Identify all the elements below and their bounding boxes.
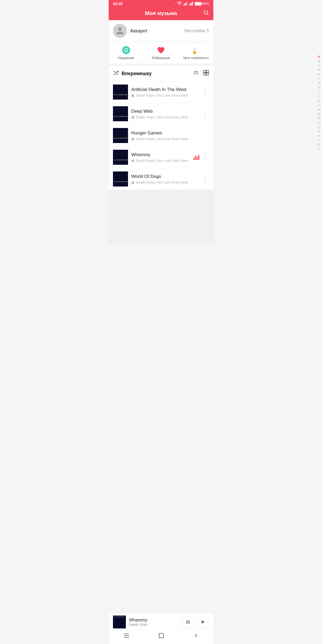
music-icon: ♩	[192, 46, 200, 54]
tab-playlists-label: Мои плейлисты	[183, 56, 209, 60]
play-bar-2	[195, 156, 196, 160]
page-title: Моя музыка	[145, 10, 177, 16]
wifi-icon	[177, 2, 182, 6]
song-item-3[interactable]: NO LOVE DEEP WEB Hunger Games ▣ Death Gr…	[109, 125, 213, 147]
sort-icon[interactable]	[193, 70, 199, 77]
song-item-1[interactable]: NO LOVE DEEP WEB Artificial Death In The…	[109, 81, 213, 103]
song-info-4: Whammy ▣ Death Grips | No Love Deep Web	[131, 152, 190, 163]
search-button[interactable]	[203, 10, 209, 17]
tab-recent-label: Недавние	[118, 56, 134, 60]
nav-tabs: Недавние Избранные ♩ Мои плейлисты	[109, 42, 213, 64]
svg-point-11	[204, 11, 208, 14]
song-title-4: Whammy	[131, 152, 190, 158]
song-meta-4: ▣ Death Grips | No Love Deep Web	[131, 159, 190, 163]
more-button-5[interactable]: ⋮	[202, 175, 209, 183]
song-info-1: Artificial Death In The West ▣ Death Gri…	[131, 87, 198, 97]
svg-rect-7	[192, 2, 193, 5]
song-actions-5: ⋮	[202, 175, 209, 183]
song-info-3: Hunger Games ▣ Death Grips | No Love Dee…	[131, 130, 198, 141]
svg-rect-1	[184, 3, 185, 5]
avatar	[113, 24, 127, 38]
status-time: 20:05	[113, 2, 123, 6]
song-list: NO LOVE DEEP WEB Artificial Death In The…	[109, 81, 213, 190]
view-controls	[193, 70, 209, 77]
svg-rect-22	[206, 70, 208, 72]
song-artist-album-4: Death Grips | No Love Deep Web	[136, 159, 188, 163]
status-icons: ···	[173, 2, 209, 6]
tab-playlists[interactable]: ♩ Мои плейлисты	[179, 42, 213, 64]
song-artist-album-5: Death Grips | No Love Deep Web	[136, 180, 188, 184]
play-bar-3	[197, 157, 198, 160]
play-bar-1	[193, 158, 195, 160]
settings-label: Настройки	[184, 28, 205, 33]
account-name: Аккаунт	[130, 28, 148, 34]
doc-icon-1: ▣	[131, 93, 134, 97]
song-info-5: World Of Dogs ▣ Death Grips | No Love De…	[131, 174, 198, 184]
list-toolbar: Вперемешку	[109, 66, 213, 81]
app-header: Моя музыка	[109, 8, 213, 20]
song-artist-album-1: Death Grips | No Love Deep Web	[136, 93, 188, 97]
more-button-2[interactable]: ⋮	[202, 109, 209, 118]
settings-button[interactable]: Настройки	[184, 28, 209, 33]
doc-icon-2: ▣	[131, 115, 134, 119]
heart-icon	[157, 46, 165, 54]
shuffle-icon[interactable]	[113, 71, 119, 77]
tab-favorites[interactable]: Избранные	[144, 42, 178, 64]
svg-rect-6	[191, 3, 192, 5]
song-item-4[interactable]: NO LOVE DEEP WEB Whammy ▣ Death Grips | …	[109, 147, 213, 168]
battery-percent: 96%	[203, 2, 209, 6]
signal2-icon	[189, 2, 193, 6]
tab-favorites-label: Избранные	[152, 56, 170, 60]
battery-icon: 96%	[195, 2, 209, 6]
svg-line-12	[207, 14, 208, 15]
doc-icon-5: ▣	[131, 180, 134, 184]
song-meta-1: ▣ Death Grips | No Love Deep Web	[131, 93, 198, 97]
empty-space	[109, 190, 213, 244]
play-bar-4	[198, 155, 199, 160]
song-title-1: Artificial Death In The West	[131, 87, 198, 92]
doc-icon-4: ▣	[131, 159, 134, 163]
song-thumb-4: NO LOVE DEEP WEB	[113, 150, 128, 165]
status-bar: 20:05 ···	[109, 0, 213, 8]
song-thumb-5: NO LOVE DEEP WEB	[113, 171, 128, 186]
song-artist-album-3: Death Grips | No Love Deep Web	[136, 137, 188, 141]
shuffle-label: Вперемешку	[122, 71, 152, 76]
signal-dots-icon: ···	[173, 2, 176, 6]
song-title-3: Hunger Games	[131, 130, 198, 136]
song-actions-1: ⋮	[202, 88, 209, 96]
song-meta-5: ▣ Death Grips | No Love Deep Web	[131, 180, 198, 184]
svg-rect-0	[183, 4, 184, 5]
svg-rect-9	[201, 3, 202, 5]
song-info-2: Deep Web ▣ Death Grips | No Love Deep We…	[131, 109, 198, 119]
clock-icon	[122, 46, 130, 54]
svg-rect-2	[185, 3, 186, 5]
svg-rect-21	[204, 70, 206, 72]
svg-rect-4	[189, 4, 190, 5]
svg-rect-5	[190, 3, 191, 5]
account-row: Аккаунт Настройки	[109, 20, 213, 42]
song-meta-3: ▣ Death Grips | No Love Deep Web	[131, 137, 198, 141]
svg-rect-24	[206, 73, 208, 75]
song-item-2[interactable]: NO LOVE DEEP WEB Deep Web ▣ Death Grips …	[109, 103, 213, 125]
shuffle-group: Вперемешку	[113, 71, 152, 77]
account-info: Аккаунт	[113, 24, 148, 38]
song-actions-3: ⋮	[202, 131, 209, 140]
song-meta-2: ▣ Death Grips | No Love Deep Web	[131, 115, 198, 119]
song-title-5: World Of Dogs	[131, 174, 198, 179]
svg-rect-23	[204, 73, 206, 75]
more-button-4[interactable]: ⋮	[202, 153, 209, 162]
svg-rect-3	[186, 2, 187, 5]
song-thumb-1: NO LOVE DEEP WEB	[113, 85, 128, 100]
song-item-5[interactable]: NO LOVE DEEP WEB World Of Dogs ▣ Death G…	[109, 168, 213, 190]
svg-rect-10	[195, 3, 201, 5]
more-button-3[interactable]: ⋮	[202, 131, 209, 140]
song-title-2: Deep Web	[131, 109, 198, 114]
song-thumb-2: NO LOVE DEEP WEB	[113, 106, 128, 121]
tab-recent[interactable]: Недавние	[109, 42, 144, 64]
more-button-1[interactable]: ⋮	[202, 88, 209, 96]
song-thumb-3: NO LOVE DEEP WEB	[113, 128, 128, 143]
grid-icon[interactable]	[203, 70, 209, 77]
doc-icon-3: ▣	[131, 137, 134, 141]
song-actions-4: ⋮	[193, 153, 209, 162]
signal-icon	[183, 2, 188, 6]
